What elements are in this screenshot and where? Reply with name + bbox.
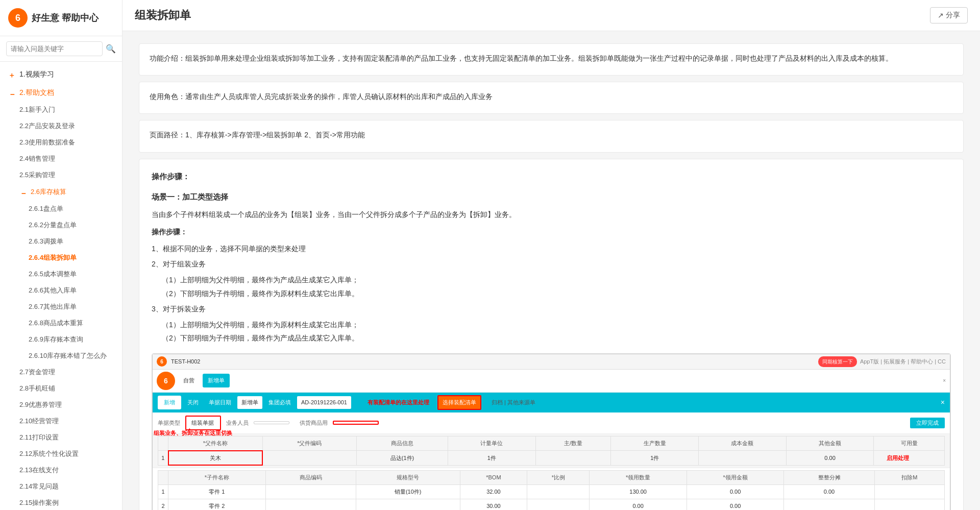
ops-steps-heading: 操作步骤： — [152, 169, 951, 184]
col-cost-amt: 成本金额 — [699, 436, 787, 450]
window-close-button[interactable]: × — [941, 398, 945, 406]
table2-area: *子件名称 商品编码 规格型号 *BOM *比例 *领用数量 *领用金额 整整分… — [153, 468, 950, 510]
sidebar-item-2-2[interactable]: 2.2产品安装及登录 — [0, 118, 122, 134]
topbar-icons: AppT版 | 拓展服务 | 帮助中心 | CC — [860, 356, 946, 367]
sidebar-item-video[interactable]: ＋ 1.视频学习 — [0, 66, 122, 83]
sidebar-item-2-11[interactable]: 2.11打印设置 — [0, 429, 122, 446]
sidebar-item-2-6-1[interactable]: 2.6.1盘点单 — [0, 201, 122, 217]
avail-cell — [874, 451, 945, 466]
parent-name-cell[interactable]: 关木 — [168, 451, 263, 466]
app-tab-zying[interactable]: 自营 — [178, 374, 200, 387]
search-area: 🔍 — [0, 36, 122, 62]
table-row: 1 关木 品达(1件) 1件 1件 0.00 — [158, 451, 945, 466]
search-input[interactable] — [6, 41, 103, 56]
window-header: 新增 关闭 单据日期 新增单 集团必填 AD-20191226-001 有装配清… — [153, 393, 950, 412]
sidebar-item-2-8[interactable]: 2.8手机旺铺 — [0, 380, 122, 397]
sidebar-item-2-6-9[interactable]: 2.6.9库存账本查询 — [0, 331, 122, 348]
window-tab-add[interactable]: 新增 — [158, 396, 181, 409]
goods-info-cell: 品达(1件) — [357, 451, 448, 466]
ratio1-cell — [527, 485, 590, 499]
btn-select-list[interactable]: 选择装配清单 — [437, 395, 481, 410]
sidebar-item-2-6-label: 2.6库存核算 — [31, 187, 66, 197]
sidebar-item-helpdoc[interactable]: － 2.帮助文档 — [0, 84, 122, 102]
sidebar-item-2-6[interactable]: － 2.6库存核算 — [0, 183, 122, 201]
search-button[interactable]: 🔍 — [106, 44, 116, 54]
window-form-top: 单据日期 新增单 集团必填 AD-20191226-001 有装配清单的在这里处… — [199, 395, 941, 410]
col-goods-info: 商品信息 — [357, 436, 448, 450]
sidebar-item-2-4[interactable]: 2.4销售管理 — [0, 151, 122, 167]
col2-usage-amt: *领用金额 — [687, 471, 784, 485]
form-extra-btns: 归档 | 其他来源单 — [492, 397, 535, 408]
sub-name2-cell: 零件 2 — [168, 499, 266, 510]
sidebar-item-2-14[interactable]: 2.14常见问题 — [0, 478, 122, 495]
col-other-amt: 其他金额 — [786, 436, 874, 450]
usage-amt2-cell: 0.00 — [687, 499, 784, 510]
other-amt-cell: 0.00 — [786, 451, 874, 466]
collapse-icon: － — [8, 89, 15, 96]
sidebar-item-2-6-7[interactable]: 2.6.7其他出库单 — [0, 299, 122, 315]
sidebar-item-2-6-6[interactable]: 2.6.6其他入库单 — [0, 282, 122, 299]
share-icon: ↗ — [938, 11, 944, 19]
app-tab-new[interactable]: 新增单 — [203, 374, 230, 387]
sidebar-item-2-5[interactable]: 2.5采购管理 — [0, 167, 122, 183]
usage-qty1-cell: 130.00 — [590, 485, 687, 499]
sidebar-item-2-1[interactable]: 2.1新手入门 — [0, 102, 122, 118]
op-steps-sub-title: 操作步骤： — [152, 225, 951, 239]
content-body: 操作步骤： 场景一：加工类型选择 当由多个子件材料组装成一个成品的业务为【组装】… — [139, 159, 964, 510]
step3-2: （2）下部明细为子件明细，最终作为产成品生成某它入库单。 — [152, 331, 951, 345]
sidebar-item-2-6-4[interactable]: 2.6.4组装拆卸单 — [0, 250, 122, 266]
col2-goods-code: 商品编码 — [265, 471, 356, 485]
form-supplier-label: 供货商品用 — [300, 418, 328, 428]
intro-text: 功能介绍：组装拆卸单用来处理企业组装或拆卸等加工业务，支持有固定装配清单的产品加… — [150, 52, 953, 65]
sidebar-item-2-12[interactable]: 2.12系统个性化设置 — [0, 446, 122, 462]
screenshot-container: 6 TEST-H002 同期核算一下 AppT版 | 拓展服务 | 帮助中心 |… — [152, 353, 951, 510]
form-person-value — [254, 421, 289, 424]
form-supplier-input[interactable] — [333, 421, 379, 425]
logo-area: 6 好生意 帮助中心 — [0, 0, 122, 36]
window-tab-close[interactable]: 关闭 — [187, 397, 199, 408]
sidebar-item-2-7[interactable]: 2.7资金管理 — [0, 364, 122, 380]
form-label-date: 单据日期 — [209, 397, 231, 408]
prod-qty-cell: 1件 — [611, 451, 699, 466]
btn-confirm[interactable]: 立即完成 — [910, 418, 945, 428]
annotation-enable: 启用处理 — [887, 453, 909, 464]
col2-usage-qty: *领用数量 — [590, 471, 687, 485]
step2-2: （2）下部明细为子件明细，最终作为原材料生成某它出库单。 — [152, 287, 951, 301]
form-label-group: 集团必填 — [268, 397, 291, 408]
step3-1: （1）上部明细为父件明细，最终作为原材料生成某它出库单； — [152, 318, 951, 332]
deduct2-cell — [874, 499, 944, 510]
sidebar-item-2-15[interactable]: 2.15操作案例 — [0, 495, 122, 510]
col-unit: 计量单位 — [448, 436, 536, 450]
topbar-btn1[interactable]: 同期核算一下 — [818, 356, 857, 367]
sidebar-item-2-6-5[interactable]: 2.6.5成本调整单 — [0, 266, 122, 282]
sidebar-item-2-9[interactable]: 2.9优惠券管理 — [0, 397, 122, 413]
sidebar-item-2-6-2[interactable]: 2.6.2分量盘点单 — [0, 217, 122, 233]
sidebar-item-2-10[interactable]: 2.10经营管理 — [0, 413, 122, 429]
unit-cell: 1件 — [448, 451, 536, 466]
usage-qty2-cell: 0.00 — [590, 499, 687, 510]
app-close-area: × — [943, 376, 946, 385]
col2-split: 整整分摊 — [784, 471, 874, 485]
app-window: 6 TEST-H002 同期核算一下 AppT版 | 拓展服务 | 帮助中心 |… — [152, 354, 950, 510]
path-section: 页面路径：1、库存核算->库存管理->组装拆卸单 2、首页->常用功能 — [139, 120, 964, 152]
parent-code-cell — [262, 451, 357, 466]
app-logo-icon: 6 — [157, 356, 167, 367]
table1-header-bar: *父件名称 *父件编码 商品信息 计量单位 主/数量 生产数量 成本金额 其他金… — [153, 434, 950, 469]
sidebar-item-2-6-3[interactable]: 2.6.3调拨单 — [0, 233, 122, 250]
cost-amt-cell — [699, 451, 787, 466]
annotation-clearlist: 有装配清单的在这里处理 — [368, 397, 429, 408]
col2-ratio: *比例 — [527, 471, 590, 485]
sidebar-item-label: 2.帮助文档 — [19, 88, 54, 98]
sidebar-item-2-6-10[interactable]: 2.6.10库存账本错了怎么办 — [0, 348, 122, 364]
spec2-cell — [356, 499, 460, 510]
share-button[interactable]: ↗ 分享 — [930, 7, 968, 23]
table-row: 1 零件 1 销量(10件) 32.00 130.00 0.00 0.00 — [158, 485, 945, 499]
row2-num1: 1 — [158, 485, 168, 499]
window-header-tabs: 新增 关闭 — [158, 396, 199, 409]
split2-cell — [784, 499, 874, 510]
sidebar-item-2-3[interactable]: 2.3使用前数据准备 — [0, 134, 122, 151]
sidebar-item-2-13[interactable]: 2.13在线支付 — [0, 462, 122, 478]
sidebar-item-2-6-8[interactable]: 2.6.8商品成本重算 — [0, 315, 122, 331]
row2-num2: 2 — [158, 499, 168, 510]
table-row: 2 零件 2 30.00 0.00 0.00 — [158, 499, 945, 510]
